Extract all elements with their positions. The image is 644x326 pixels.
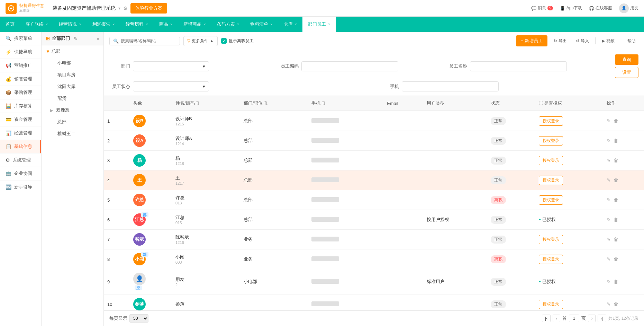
edit-icon[interactable]: ✎ [607, 237, 611, 242]
nav-tab-经营历程[interactable]: 经营历程× [120, 17, 153, 32]
nav-tab-经营情况[interactable]: 经营情况× [53, 17, 87, 32]
nav-tab-close-icon[interactable]: × [328, 22, 330, 26]
edit-icon[interactable]: ✎ [607, 301, 611, 307]
notification-item[interactable]: 💬 消息 5 [531, 5, 553, 11]
edit-icon[interactable]: ✎ [607, 158, 611, 163]
nav-tab-物料清单[interactable]: 物料清单× [245, 17, 278, 32]
export-btn[interactable]: ↻ 导出 [551, 36, 570, 46]
sidebar-item-企业协同[interactable]: 🏢企业协同 [0, 167, 41, 180]
nav-tab-close-icon[interactable]: × [46, 22, 48, 26]
auth-login-button[interactable]: 授权登录 [539, 136, 563, 146]
import-btn[interactable]: ↺ 导入 [573, 36, 592, 46]
delete-icon[interactable]: 🗑 [614, 256, 618, 262]
nav-tab-close-icon[interactable]: × [237, 22, 239, 26]
auth-login-button[interactable]: 授权登录 [539, 255, 563, 264]
delete-icon[interactable]: 🗑 [614, 301, 618, 307]
first-page-btn[interactable]: |‹ [542, 315, 551, 322]
help-btn[interactable]: 帮助 [625, 36, 638, 46]
dept-node-双鹿想[interactable]: ▶双鹿想 [42, 104, 103, 116]
sidebar-item-营销推广[interactable]: 📢营销推广 [0, 59, 41, 72]
delete-icon[interactable]: 🗑 [614, 118, 618, 124]
dept-node-top[interactable]: ▼ 总部 [42, 45, 103, 57]
delete-icon[interactable]: 🗑 [614, 158, 618, 163]
set-button[interactable]: 设置 [615, 67, 638, 78]
delete-icon[interactable]: 🗑 [614, 197, 618, 203]
nav-tab-商品[interactable]: 商品× [154, 17, 178, 32]
add-employee-button[interactable]: + 新增员工 [516, 35, 547, 46]
sort-icon[interactable]: ⇅ [264, 100, 268, 106]
user-item[interactable]: 👤 用友 [619, 3, 638, 13]
nav-tab-close-icon[interactable]: × [170, 22, 172, 26]
nav-tab-部门员工[interactable]: 部门员工× [302, 17, 336, 32]
dept-node-总部[interactable]: 总部 [42, 116, 103, 128]
nav-tab-close-icon[interactable]: × [79, 22, 81, 26]
nav-tab-close-icon[interactable]: × [112, 22, 115, 26]
nav-tab-close-icon[interactable]: × [203, 22, 206, 26]
nav-tab-close-icon[interactable]: × [295, 22, 297, 26]
sidebar-item-搜索菜单[interactable]: 🔍搜索菜单 [0, 32, 41, 45]
online-service-item[interactable]: 🎧 在线客服 [589, 5, 612, 11]
show-inactive-checkbox[interactable]: ✓ [221, 38, 227, 44]
prev-page-btn[interactable]: ‹ [553, 315, 560, 322]
delete-icon[interactable]: 🗑 [614, 138, 618, 143]
edit-icon[interactable]: ✎ [607, 256, 611, 262]
settings-icon[interactable]: ⚙ [123, 6, 128, 11]
nav-tab-首页[interactable]: 首页 [0, 17, 20, 32]
sidebar-item-快捷导航[interactable]: ⚡快捷导航 [0, 45, 41, 59]
delete-icon[interactable]: 🗑 [614, 177, 618, 183]
per-page-select[interactable]: 50 100 [129, 314, 148, 323]
dept-node-配货[interactable]: 配货 [42, 92, 103, 104]
filter-select-dept[interactable]: ▾ [133, 61, 209, 71]
trial-button[interactable]: 体验行业方案 [130, 3, 167, 14]
auth-login-button[interactable]: 授权登录 [539, 156, 563, 165]
filter-input-empcode[interactable] [301, 61, 398, 71]
nav-tab-仓库[interactable]: 仓库× [278, 17, 302, 32]
nav-tab-close-icon[interactable]: × [270, 22, 272, 26]
edit-icon[interactable]: ✎ [607, 279, 611, 284]
auth-login-button[interactable]: 授权登录 [539, 195, 563, 205]
filter-btn[interactable]: ▽ 更多条件 ▲ [183, 36, 218, 46]
dept-node-项目库房[interactable]: 项目库房 [42, 69, 103, 81]
auth-login-button[interactable]: 授权登录 [539, 235, 563, 244]
dept-tree-edit-icon[interactable]: ✎ [73, 36, 77, 41]
delete-icon[interactable]: 🗑 [614, 237, 618, 242]
nav-tab-条码方案[interactable]: 条码方案× [211, 17, 245, 32]
query-button[interactable]: 查询 [615, 54, 638, 65]
sort-icon[interactable]: ⇅ [196, 100, 200, 106]
edit-icon[interactable]: ✎ [607, 197, 611, 203]
last-page-btn[interactable]: ›| [598, 315, 606, 322]
edit-icon[interactable]: ✎ [607, 138, 611, 143]
nav-tab-客户联络[interactable]: 客户联络× [20, 17, 53, 32]
search-box[interactable]: 🔍 [109, 37, 180, 45]
sidebar-item-新手引导[interactable]: 🆕新手引导 [0, 180, 41, 194]
sort-icon[interactable]: ⇅ [322, 100, 326, 106]
sidebar-item-基础信息[interactable]: 📋基础信息 [0, 140, 41, 153]
nav-tab-利润报告[interactable]: 利润报告× [87, 17, 120, 32]
sidebar-item-销售管理[interactable]: 💰销售管理 [0, 72, 41, 86]
dept-tree-collapse-icon[interactable]: « [97, 36, 99, 41]
sidebar-item-系统管理[interactable]: ⚙系统管理 [0, 153, 41, 167]
search-input[interactable] [121, 38, 176, 43]
edit-icon[interactable]: ✎ [607, 118, 611, 124]
auth-login-button[interactable]: 授权登录 [539, 116, 563, 126]
dept-node-小电部[interactable]: 小电部 [42, 57, 103, 69]
dept-node-沈阳大库[interactable]: 沈阳大库 [42, 81, 103, 92]
sidebar-item-经营管理[interactable]: 📊经营管理 [0, 126, 41, 140]
edit-icon[interactable]: ✎ [607, 177, 611, 183]
edit-icon[interactable]: ✎ [607, 217, 611, 222]
filter-input-phone[interactable] [402, 81, 499, 91]
auth-login-button[interactable]: 授权登录 [539, 300, 563, 309]
show-inactive-check[interactable]: ✓ 显示离职员工 [221, 38, 254, 44]
delete-icon[interactable]: 🗑 [614, 279, 618, 284]
filter-select-status[interactable]: ▾ [133, 81, 209, 91]
sidebar-item-采购管理[interactable]: 📦采购管理 [0, 86, 41, 99]
filter-input-empname[interactable] [470, 61, 567, 71]
system-title-arrow-icon[interactable]: ▾ [118, 6, 120, 11]
app-download-item[interactable]: 📱 App下载 [560, 5, 582, 11]
dept-node-椎树王二[interactable]: 椎树王二 [42, 128, 103, 140]
sidebar-item-资金管理[interactable]: 💳资金管理 [0, 113, 41, 126]
current-page[interactable]: 1 [569, 315, 579, 322]
nav-tab-close-icon[interactable]: × [146, 22, 148, 26]
next-page-btn[interactable]: › [588, 315, 596, 322]
video-btn[interactable]: ▶ 视频 [599, 36, 617, 46]
